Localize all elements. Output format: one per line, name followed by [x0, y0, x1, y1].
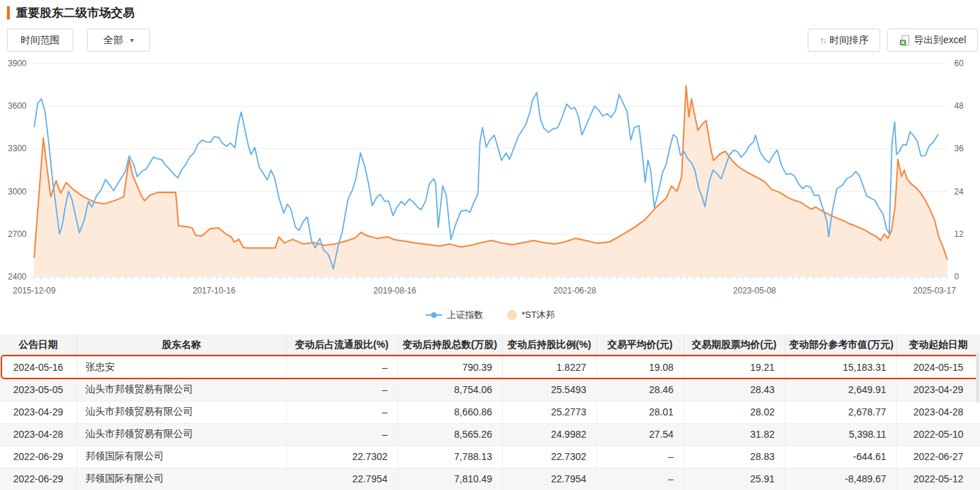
x-axis-date-label: 2025-03-17 — [913, 286, 956, 296]
table-cell: 2023-05-05 — [0, 378, 77, 401]
table-row[interactable]: 2023-04-29汕头市邦领贸易有限公司–8,660.8625.277328.… — [0, 401, 980, 423]
table-cell: – — [286, 423, 398, 445]
table-cell: 28.46 — [596, 378, 684, 401]
table-cell: 5,398.11 — [785, 423, 896, 445]
column-header: 变动后持股总数(万股) — [398, 335, 502, 356]
line-marker-icon — [425, 314, 442, 316]
table-cell: -8,489.67 — [785, 468, 896, 490]
legend-item-st-mubang[interactable]: *ST沐邦 — [507, 309, 555, 321]
right-axis-tick: 0 — [954, 272, 959, 282]
right-axis-tick: 12 — [954, 229, 964, 239]
time-range-button[interactable]: 时间范围 — [7, 29, 73, 52]
left-axis-tick: 3900 — [8, 59, 27, 68]
right-axis-tick: 48 — [954, 101, 964, 111]
table-cell: 邦领国际有限公司 — [77, 445, 286, 468]
table-row[interactable]: 2022-06-29邦领国际有限公司22.79547,810.4922.7954… — [0, 468, 980, 490]
table-header-row: 公告日期股东名称变动后占流通股比(%)变动后持股总数(万股)变动后持股比例(%)… — [0, 335, 980, 356]
table-row[interactable]: 2023-05-05汕头市邦领贸易有限公司–8,754.0625.549328.… — [0, 378, 980, 401]
circle-marker-icon — [507, 310, 517, 320]
page-title-bar: 重要股东二级市场交易 — [7, 5, 135, 20]
table-cell: 2023-04-28 — [896, 401, 980, 423]
x-axis-date-label: 2017-10-16 — [193, 286, 236, 296]
table-cell: – — [596, 468, 684, 490]
column-header: 股东名称 — [77, 335, 286, 356]
time-sort-label: 时间排序 — [829, 34, 868, 47]
table-cell: 22.7954 — [286, 468, 398, 490]
column-header: 变动后持股比例(%) — [502, 335, 596, 356]
toolbar-left: 时间范围 全部 ▾ — [7, 29, 150, 52]
x-axis-date-label: 2019-08-16 — [373, 286, 416, 296]
table-cell: – — [286, 356, 398, 378]
export-excel-label: 导出到excel — [914, 34, 966, 47]
table-cell: 汕头市邦领贸易有限公司 — [77, 423, 286, 445]
scrollbar-thumb[interactable] — [976, 353, 979, 403]
table-cell: 2022-06-27 — [896, 445, 980, 468]
table-cell: 22.7954 — [502, 468, 596, 490]
column-header: 交易期股票均价(元) — [684, 335, 785, 356]
table-cell: 7,788.13 — [398, 445, 502, 468]
table-cell: 25.2773 — [502, 401, 596, 423]
chevron-down-icon: ▾ — [130, 29, 133, 52]
page: 重要股东二级市场交易 时间范围 全部 ▾ ↑↓ 时间排序 导出到excel 3 — [0, 0, 980, 490]
filter-dropdown[interactable]: 全部 ▾ — [87, 29, 150, 52]
chart-legend: 上证指数 *ST沐邦 — [0, 308, 980, 322]
table-cell: 1.8227 — [502, 356, 596, 378]
legend-label: 上证指数 — [447, 309, 483, 321]
table-row[interactable]: 2022-06-29邦领国际有限公司22.73027,788.1322.7302… — [0, 445, 980, 468]
filter-selected-value: 全部 — [103, 34, 123, 47]
table-cell: 张忠安 — [77, 356, 286, 378]
table-cell: 2023-04-29 — [896, 378, 980, 401]
table-cell: – — [596, 445, 684, 468]
left-axis-tick: 2400 — [8, 272, 27, 282]
title-accent-bar — [7, 6, 10, 20]
left-axis-tick: 2700 — [8, 229, 27, 239]
column-header: 变动起始日期 — [896, 335, 980, 356]
right-axis-tick: 24 — [954, 187, 964, 197]
toolbar-right: ↑↓ 时间排序 导出到excel — [808, 29, 978, 52]
table-cell: 2024-05-15 — [896, 356, 980, 378]
table-cell: 2022-06-29 — [0, 445, 77, 468]
table-cell: 8,754.06 — [398, 378, 502, 401]
table-cell: 15,183.31 — [785, 356, 896, 378]
left-axis-tick: 3000 — [8, 187, 27, 197]
page-title: 重要股东二级市场交易 — [16, 5, 135, 21]
right-axis-tick: 36 — [954, 144, 964, 153]
table-cell: 邦领国际有限公司 — [77, 468, 286, 490]
table-cell: 28.01 — [596, 401, 684, 423]
legend-label: *ST沐邦 — [522, 309, 555, 321]
column-header: 变动部分参考市值(万元) — [785, 335, 896, 356]
table-cell: 790.39 — [398, 356, 502, 378]
table-cell: 2024-05-16 — [0, 356, 77, 378]
table-cell: 8,660.86 — [398, 401, 502, 423]
left-axis-tick: 3600 — [8, 101, 27, 111]
time-sort-button[interactable]: ↑↓ 时间排序 — [808, 29, 880, 52]
excel-icon — [899, 35, 910, 46]
table-cell: 28.02 — [684, 401, 785, 423]
table-cell: 27.54 — [596, 423, 684, 445]
table-cell: 汕头市邦领贸易有限公司 — [77, 378, 286, 401]
x-axis-date-label: 2021-06-28 — [553, 286, 596, 296]
table-cell: -644.61 — [785, 445, 896, 468]
export-excel-button[interactable]: 导出到excel — [887, 29, 978, 52]
table-cell: 24.9982 — [502, 423, 596, 445]
table-row[interactable]: 2024-05-16张忠安–790.391.822719.0819.2115,1… — [0, 356, 980, 378]
x-axis-date-label: 2015-12-09 — [13, 286, 56, 296]
left-axis-tick: 3300 — [8, 144, 27, 153]
column-header: 公告日期 — [0, 335, 77, 356]
sort-arrows-icon: ↑↓ — [820, 35, 826, 45]
table-cell: 8,565.26 — [398, 423, 502, 445]
table-cell: 2022-05-12 — [896, 468, 980, 490]
table-cell: 25.91 — [684, 468, 785, 490]
table-cell: 2022-05-10 — [896, 423, 980, 445]
x-axis-date-label: 2023-05-08 — [733, 286, 776, 296]
time-range-label: 时间范围 — [21, 34, 60, 47]
table-cell: 2,678.77 — [785, 401, 896, 423]
legend-item-sse-index[interactable]: 上证指数 — [425, 309, 483, 321]
data-table: 公告日期股东名称变动后占流通股比(%)变动后持股总数(万股)变动后持股比例(%)… — [0, 335, 980, 490]
column-header: 变动后占流通股比(%) — [286, 335, 398, 356]
table-row[interactable]: 2023-04-28汕头市邦领贸易有限公司–8,565.2624.998227.… — [0, 423, 980, 445]
table-cell: 2023-04-29 — [0, 401, 77, 423]
holders-trade-table: 公告日期股东名称变动后占流通股比(%)变动后持股总数(万股)变动后持股比例(%)… — [0, 335, 980, 490]
right-axis-tick: 60 — [954, 59, 964, 68]
table-cell: 28.43 — [684, 378, 785, 401]
